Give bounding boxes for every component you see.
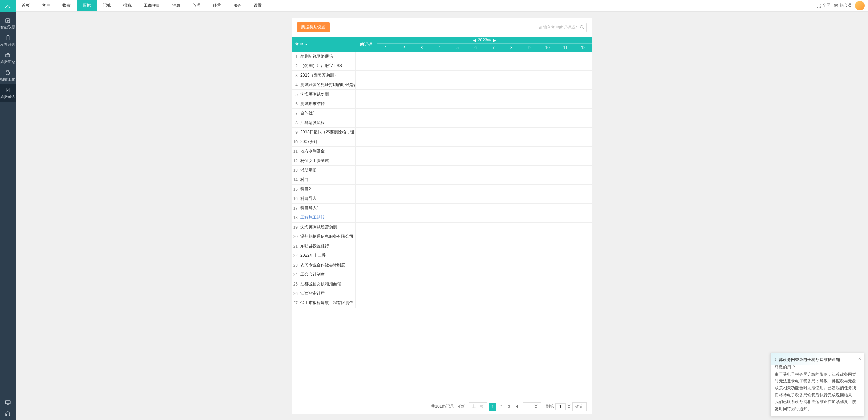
nav-首页[interactable]: 首页 — [16, 0, 36, 11]
fullscreen-button[interactable]: 全屏 — [816, 3, 830, 8]
member-button[interactable]: 畅会员 — [834, 3, 852, 8]
nav-报税[interactable]: 报税 — [117, 0, 138, 11]
play-icon — [834, 3, 839, 8]
nav-设置[interactable]: 设置 — [248, 0, 268, 11]
nav-服务[interactable]: 服务 — [227, 0, 248, 11]
nav-票据[interactable]: 票据 — [77, 0, 97, 11]
fullscreen-label: 全屏 — [822, 3, 830, 8]
nav-消息[interactable]: 消息 — [166, 0, 186, 11]
nav-记账[interactable]: 记账 — [97, 0, 117, 11]
logo[interactable] — [0, 0, 16, 12]
nav-收费[interactable]: 收费 — [56, 0, 77, 11]
fullscreen-icon — [816, 3, 821, 8]
member-label: 畅会员 — [840, 3, 852, 8]
nav-管理[interactable]: 管理 — [186, 0, 207, 11]
nav-工商项目[interactable]: 工商项目 — [138, 0, 166, 11]
avatar[interactable] — [855, 1, 865, 10]
nav-经营[interactable]: 经营 — [207, 0, 227, 11]
nav-客户[interactable]: 客户 — [36, 0, 56, 11]
